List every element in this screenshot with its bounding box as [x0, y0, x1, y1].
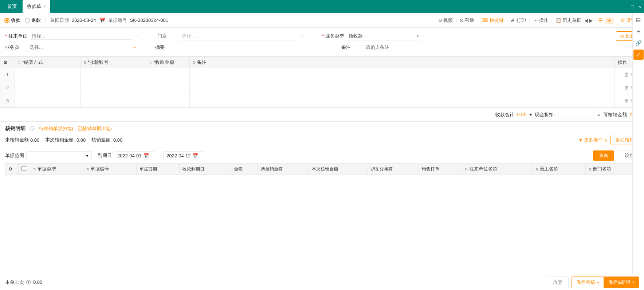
- nav-next[interactable]: ▶: [589, 17, 593, 23]
- form-row-2: 业务员 ··· 摘要 备注: [5, 44, 639, 51]
- due-date-end-picker[interactable]: 2022-04-12 📅: [163, 151, 203, 160]
- print-action[interactable]: 🖨 打印: [511, 17, 526, 24]
- this-order-label: 本单上次: [5, 279, 24, 286]
- sort-cust: ⇅: [465, 167, 468, 171]
- range-select[interactable]: ▾: [26, 151, 92, 160]
- total-label: 收款合计: [495, 111, 514, 118]
- footer-value: 0.00: [33, 279, 42, 285]
- summary-input[interactable]: [178, 44, 324, 51]
- shop-label: 门店: [157, 33, 177, 39]
- receipt-table: ⚙ ⇅ *结算方式 ⇅ *收款账号 ⇅ *收款金额 ⇅: [0, 56, 644, 107]
- panel-link-icon[interactable]: 🔗: [633, 38, 644, 48]
- sub-th-amount: 金额: [231, 164, 258, 175]
- row-2-note[interactable]: [190, 81, 615, 94]
- shortcut-label: 快捷键: [490, 17, 504, 24]
- help-action[interactable]: ⊙ 帮助: [460, 17, 474, 24]
- nav-prev[interactable]: ◀: [584, 17, 588, 23]
- row-3-payment[interactable]: [15, 94, 80, 107]
- footer-info-icon[interactable]: ⓘ: [26, 279, 31, 286]
- sub-th-settings[interactable]: ⚙: [5, 164, 19, 175]
- discount-input[interactable]: [558, 111, 594, 118]
- close-btn[interactable]: ×: [638, 4, 641, 9]
- discount-label: 现金折扣:: [535, 111, 555, 118]
- done-tab[interactable]: 已核销单据(0笔): [78, 125, 112, 132]
- select-all-checkbox[interactable]: [21, 166, 26, 171]
- shortcut-action[interactable]: ⌨ 快捷键: [482, 17, 504, 24]
- receipt-refund-group: 收款 退款: [4, 17, 41, 24]
- tab-close-btn[interactable]: ×: [43, 4, 46, 9]
- net-label: 可核销金额: [603, 111, 627, 118]
- row-3-amount[interactable]: [146, 94, 190, 107]
- date-label: 单据日期: [50, 17, 69, 24]
- calendar-icon[interactable]: 📅: [99, 17, 105, 23]
- delete-icon-r3[interactable]: 🗑: [624, 98, 629, 104]
- operate-icon: ⋯: [533, 17, 538, 23]
- radio-refund[interactable]: 退款: [25, 17, 41, 24]
- row-2-account[interactable]: [80, 81, 146, 94]
- sub-th-staff: ⇅ 员工名称: [532, 164, 585, 175]
- range-chevron-icon: ▾: [86, 153, 89, 158]
- tab-active[interactable]: 收款单 ×: [23, 0, 50, 13]
- sub-th-checkbox[interactable]: [19, 164, 30, 175]
- row-num-1: 1: [0, 68, 15, 81]
- panel-list-icon[interactable]: ⊟: [633, 26, 644, 36]
- current-label: 本次核销金额:: [45, 137, 75, 143]
- writeoff-info-icon[interactable]: ⓘ: [30, 125, 35, 132]
- table-section: ⚙ ⇅ *结算方式 ⇅ *收款账号 ⇅ *收款金额 ⇅: [0, 56, 644, 108]
- tab-home[interactable]: 首页: [3, 0, 21, 13]
- th-settings[interactable]: ⚙: [0, 57, 15, 68]
- pending-tab[interactable]: 待核销单据(0笔): [39, 125, 73, 132]
- staff-input[interactable]: [28, 44, 130, 51]
- maximize-btn[interactable]: □: [631, 4, 634, 9]
- row-2-payment[interactable]: [15, 81, 80, 94]
- staff-more-btn[interactable]: ···: [133, 44, 138, 51]
- row-3-account[interactable]: [80, 94, 146, 107]
- customer-input[interactable]: [30, 32, 132, 40]
- business-type-select[interactable]: 预收款 ▾: [347, 32, 420, 40]
- note-input[interactable]: [364, 44, 639, 51]
- row-1-amount[interactable]: [146, 68, 190, 81]
- sub-th-dept: ⇅ 部门名称: [585, 164, 639, 175]
- th-payment-method: ⇅ *结算方式: [15, 57, 80, 68]
- history-action[interactable]: 📋 历史单据: [555, 17, 581, 24]
- save-draft-button[interactable]: 保存草稿 ∧: [572, 277, 604, 288]
- sort-dept: ⇅: [589, 167, 592, 171]
- right-panel: ▤ ⊟ 🔗 ⤢: [632, 13, 644, 274]
- filter-row: 单据范围 ▾ 到期日 2022-04-01 📅 — 2022-04-12 📅: [5, 148, 639, 163]
- sort-staff: ⇅: [535, 167, 538, 171]
- row-1-note[interactable]: [190, 68, 615, 81]
- shop-select[interactable]: 选择...: [180, 32, 297, 40]
- shop-more-btn[interactable]: ···: [300, 33, 305, 39]
- video-action[interactable]: ⊙ 视频: [438, 17, 453, 24]
- range-filter: 单据范围 ▾: [5, 151, 92, 160]
- shop-placeholder: 选择...: [182, 33, 195, 39]
- history-label: 历史单据: [562, 17, 581, 24]
- radio-receipt-label: 收款: [11, 17, 20, 24]
- row-1-account[interactable]: [80, 68, 146, 81]
- radio-receipt[interactable]: 收款: [4, 17, 20, 24]
- note-label: 备注: [341, 44, 361, 51]
- query-button[interactable]: 查询: [593, 150, 614, 161]
- panel-expand-icon[interactable]: ⤢: [633, 50, 644, 60]
- table-row: 3 🗑 ⧉: [0, 94, 644, 107]
- radio-receipt-dot: [4, 18, 9, 23]
- sub-th-due-date: 收款到期日: [180, 164, 231, 175]
- row-3-note[interactable]: [190, 94, 615, 107]
- row-2-amount[interactable]: [146, 81, 190, 94]
- footer-actions: 放弃 保存草稿 ∧ 保存&新增 ∧: [547, 277, 639, 288]
- delete-icon-r2[interactable]: 🗑: [624, 85, 629, 91]
- row-1-payment[interactable]: [15, 68, 80, 81]
- customer-more-btn[interactable]: ···: [135, 33, 140, 39]
- abandon-button[interactable]: 放弃: [547, 277, 569, 288]
- operate-action[interactable]: ⋯ 操作: [533, 17, 549, 24]
- panel-table-icon[interactable]: ▤: [633, 15, 644, 25]
- save-new-button[interactable]: 保存&新增 ∧: [604, 277, 639, 288]
- grid-view-btn[interactable]: ⊞: [605, 17, 614, 24]
- sort-icon-acc: ⇅: [83, 60, 86, 64]
- due-date-start-picker[interactable]: 2022-04-01 📅: [114, 151, 154, 160]
- summary-row: 收款合计 0.00 + 现金折扣: = 可核销金额 0.00: [0, 108, 644, 122]
- list-view-btn[interactable]: ☰: [596, 17, 605, 24]
- more-conditions-btn[interactable]: ▼ 更多条件 ∧: [578, 137, 608, 143]
- delete-icon-r1[interactable]: 🗑: [624, 72, 629, 78]
- minimize-btn[interactable]: —: [622, 4, 627, 9]
